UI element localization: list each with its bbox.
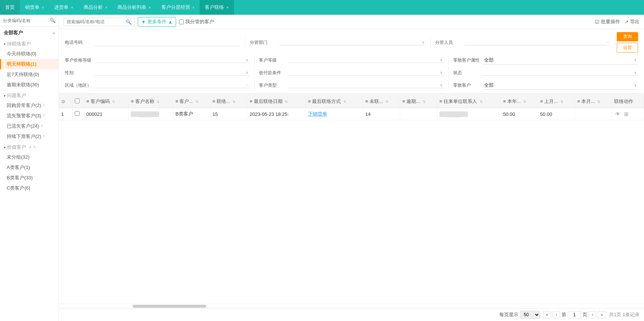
th-last-month[interactable]: ≡ 上月... ⇅: [538, 95, 575, 108]
nav-sales-order[interactable]: 销货单 ×: [20, 0, 49, 15]
view-icon[interactable]: 👁: [615, 111, 620, 117]
sort-icon: ⇅: [523, 100, 526, 104]
last-page-btn[interactable]: »: [598, 311, 606, 318]
scrollbar-area[interactable]: [59, 304, 644, 308]
retail-customer-select[interactable]: 全部 ∨: [483, 81, 638, 90]
region-label: 区域（地区）: [65, 82, 94, 89]
payment-select[interactable]: ∨: [288, 70, 444, 76]
customer-type-select[interactable]: ∨: [288, 82, 444, 88]
sidebar-item-today-contact[interactable]: 今天待联络(0): [0, 49, 59, 59]
reset-button[interactable]: 设置: [617, 43, 638, 53]
nav-product-analysis-list[interactable]: 商品分析列表 ×: [112, 0, 156, 15]
horizontal-scrollbar[interactable]: [133, 305, 206, 308]
last-contact-way-link[interactable]: 下销货单: [308, 111, 327, 117]
td-index: 1: [59, 108, 72, 120]
page-size-select[interactable]: 50 10 20 100: [520, 311, 540, 319]
grid-icon[interactable]: ⊞: [624, 111, 629, 117]
more-icon: ···: [606, 40, 609, 44]
sidebar-item-churned[interactable]: 已流失客户(24) ?: [0, 121, 59, 131]
th-contacts[interactable]: ≡ 往来单位联系人 ⇅: [437, 95, 501, 108]
th-this-month[interactable]: ≡ 本月... ⇅: [575, 95, 612, 108]
dept-select[interactable]: ∨: [279, 39, 426, 45]
th-contact-count[interactable]: ≡ 联络... ⇅: [210, 95, 247, 108]
td-this-month: [575, 108, 612, 120]
nav-purchase-order[interactable]: 进货单 ×: [49, 0, 78, 15]
filter-cell-phone: 电话号码: [65, 37, 241, 48]
phone-label: 电话号码: [65, 39, 94, 46]
my-customers-checkbox-label[interactable]: 我分管的客户: [179, 18, 214, 25]
close-icon[interactable]: ×: [192, 5, 195, 10]
help-icon: ?: [43, 114, 45, 118]
settings-icon[interactable]: ⚙: [61, 99, 66, 104]
sidebar-all-customers[interactable]: 全部客户 «: [0, 27, 59, 38]
page-label: 第: [561, 311, 566, 318]
phone-input[interactable]: [94, 39, 241, 46]
sidebar-item-ungrouped[interactable]: 未分组(32): [0, 152, 59, 162]
sidebar-item-class-a[interactable]: A类客户(1): [0, 162, 59, 173]
search-input[interactable]: [67, 19, 126, 24]
query-button[interactable]: 查询: [617, 32, 638, 41]
nav-customer-segment[interactable]: 客户分层经营 ×: [156, 0, 200, 15]
retail-attr-select[interactable]: 全部 ∨: [483, 56, 638, 65]
sidebar-item-repurchase-abnormal[interactable]: 回购异常客户(2) ?: [0, 100, 59, 111]
footer: 每页显示 50 10 20 100 « ‹ 第 页 › » 共1页 1条记录: [59, 308, 644, 321]
close-icon[interactable]: ×: [42, 5, 44, 10]
filter-more-btn[interactable]: ▼ 更多条件 ▲: [138, 17, 176, 27]
manager-select[interactable]: ···: [465, 39, 611, 45]
top-nav: 首页 销货单 × 进货单 × 商品分析 × 商品分析列表 × 客户分层经营 × …: [0, 0, 644, 15]
th-settings: ⚙: [59, 95, 72, 108]
th-customer-name[interactable]: ≡ 客户名称 ⇅: [129, 95, 173, 108]
sidebar-item-churn-warning[interactable]: 流失预警客户(3) ?: [0, 111, 59, 121]
edit-icon[interactable]: ✎: [33, 145, 36, 150]
search-icon[interactable]: 🔍: [50, 18, 56, 23]
chevron-down-icon: ∨: [440, 70, 442, 75]
th-customer-type[interactable]: ≡ 客户... ⇅: [173, 95, 210, 108]
th-overdue[interactable]: ≡ 逾期... ⇅: [400, 95, 437, 108]
sidebar-group-problem: 问题客户: [0, 90, 59, 100]
grade-select[interactable]: ∨: [288, 57, 444, 63]
sidebar-item-tomorrow-contact[interactable]: 明天待联络(1): [0, 59, 59, 69]
sidebar-item-7days-contact[interactable]: 近7天待联络(0): [0, 69, 59, 80]
next-page-btn[interactable]: ›: [589, 311, 596, 318]
status-select[interactable]: ∨: [483, 70, 638, 76]
th-last-contact-way[interactable]: ≡ 最后联络方式 ⇅: [306, 95, 363, 108]
nav-customer-contact[interactable]: 客户联络 ×: [200, 0, 234, 15]
th-customer-code[interactable]: ≡ 客户编码 ⇅: [84, 95, 129, 108]
price-level-select[interactable]: ∨: [94, 57, 250, 63]
sidebar-item-declining[interactable]: 持续下滑客户(2) ?: [0, 131, 59, 142]
sidebar-search-input[interactable]: [3, 18, 50, 23]
close-icon[interactable]: ×: [71, 5, 73, 10]
sort-icon: ⇅: [385, 100, 388, 104]
sidebar-item-class-b[interactable]: B类客户(33): [0, 173, 59, 183]
sidebar-item-class-c[interactable]: C类客户(6): [0, 183, 59, 193]
more-icon: ···: [245, 83, 248, 87]
my-customers-checkbox[interactable]: [179, 20, 184, 24]
nav-home[interactable]: 首页: [0, 0, 20, 15]
sort-icon: ⇅: [285, 100, 288, 104]
region-select[interactable]: ···: [94, 82, 250, 88]
gender-label: 性别: [65, 70, 94, 76]
th-uncontacted[interactable]: ≡ 未联... ⇅: [363, 95, 400, 108]
close-icon[interactable]: ×: [148, 5, 151, 10]
gender-select[interactable]: ∨: [94, 70, 250, 76]
select-all-checkbox[interactable]: [75, 99, 80, 103]
close-icon[interactable]: ×: [105, 5, 107, 10]
page-input[interactable]: [568, 311, 581, 318]
search-icon[interactable]: 🔍: [126, 19, 132, 25]
refresh-icon[interactable]: ↺: [28, 145, 32, 150]
prev-page-btn[interactable]: ‹: [553, 311, 560, 318]
batch-operation-btn[interactable]: ☑ 批量操作: [595, 18, 620, 25]
export-btn[interactable]: ↗ 导出: [624, 18, 640, 25]
sidebar-item-overdue-contact[interactable]: 逾期未联络(30): [0, 80, 59, 90]
help-icon: ?: [43, 103, 45, 108]
sidebar-search-area: 🔍: [0, 15, 59, 27]
sort-icon: ⇅: [343, 100, 346, 104]
filter-cell-customer-type: 客户类型 ∨: [259, 80, 444, 90]
td-contacts: ████: [437, 108, 501, 120]
th-this-year[interactable]: ≡ 本年... ⇅: [501, 95, 538, 108]
close-icon[interactable]: ×: [226, 5, 228, 10]
nav-product-analysis[interactable]: 商品分析 ×: [78, 0, 112, 15]
first-page-btn[interactable]: «: [543, 311, 552, 318]
th-last-contact-date[interactable]: ≡ 最后联络日期 ⇅: [247, 95, 306, 108]
row-checkbox[interactable]: [75, 111, 80, 116]
